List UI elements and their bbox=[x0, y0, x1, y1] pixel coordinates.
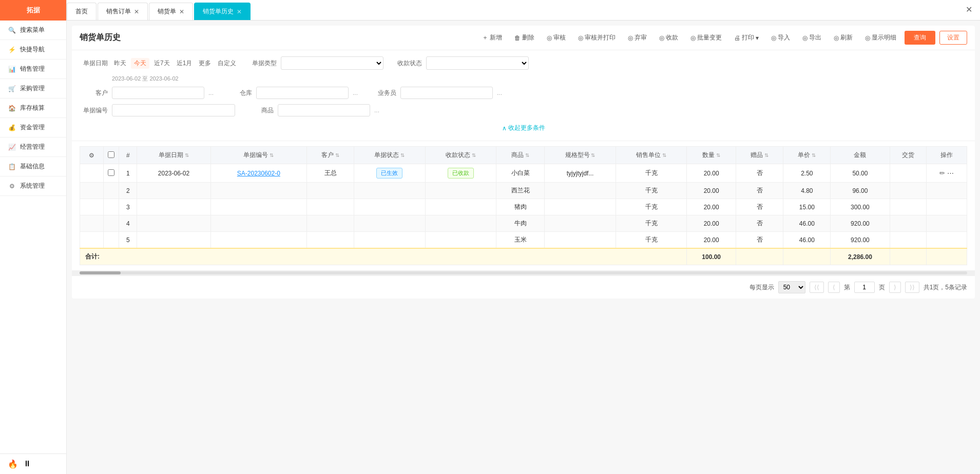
new-button[interactable]: ＋ 新增 bbox=[478, 31, 506, 44]
row-settings bbox=[80, 164, 104, 183]
warehouse-input[interactable] bbox=[256, 87, 349, 99]
summary-row: 合计: 100.00 2,286.00 bbox=[80, 248, 967, 265]
col-doc-date[interactable]: 单据日期 bbox=[137, 147, 210, 164]
collect-button[interactable]: ◎ 收款 bbox=[655, 31, 682, 44]
col-goods[interactable]: 商品 bbox=[496, 147, 544, 164]
page-label: 第 bbox=[844, 283, 850, 292]
review-button[interactable]: ◎ 审核 bbox=[543, 31, 570, 44]
row-checkbox[interactable] bbox=[108, 169, 114, 176]
agent-dots[interactable]: ... bbox=[497, 89, 502, 96]
prev-page-button[interactable]: ⟨ bbox=[828, 282, 840, 293]
col-doc-no[interactable]: 单据编号 bbox=[210, 147, 306, 164]
col-spec[interactable]: 规格型号 bbox=[545, 147, 616, 164]
tab-sales-goods[interactable]: 销货单 ✕ bbox=[149, 3, 193, 20]
abandon-button[interactable]: ◎ 弃审 bbox=[624, 31, 651, 44]
scroll-track[interactable] bbox=[80, 271, 967, 274]
doc-no-input[interactable] bbox=[112, 104, 235, 116]
per-page-select[interactable]: 50 100 200 bbox=[778, 281, 805, 293]
row-num: 3 bbox=[119, 199, 137, 215]
export-button[interactable]: ◎ 导出 bbox=[798, 31, 825, 44]
date-btn-7days[interactable]: 近7天 bbox=[152, 58, 172, 69]
date-btn-yesterday[interactable]: 昨天 bbox=[112, 58, 128, 69]
goods-input[interactable] bbox=[278, 104, 370, 116]
row-spec bbox=[545, 199, 616, 215]
agent-input[interactable] bbox=[400, 87, 493, 99]
col-doc-status[interactable]: 单据状态 bbox=[354, 147, 425, 164]
page-input[interactable] bbox=[854, 282, 875, 293]
pagination: 每页显示 50 100 200 ⟨⟨ ⟨ 第 页 ⟩ ⟩⟩ 共1页，5条记录 bbox=[72, 275, 975, 299]
date-btn-more[interactable]: 更多 bbox=[197, 58, 213, 69]
sidebar-item-sales-mgmt[interactable]: 📊 销售管理 bbox=[0, 60, 66, 79]
total-info: 共1页，5条记录 bbox=[924, 283, 967, 292]
col-settings[interactable]: ⚙ bbox=[80, 147, 104, 164]
agent-label: 业务员 bbox=[368, 89, 396, 97]
filter-area: 单据日期 昨天 今天 近7天 近1月 更多 自定义 单据类型 bbox=[72, 50, 975, 141]
page-header: 销货单历史 ＋ 新增 🗑 删除 ◎ 审核 ◎ bbox=[72, 26, 975, 50]
warehouse-dots[interactable]: ... bbox=[353, 89, 358, 96]
doc-no-link[interactable]: SA-20230602-0 bbox=[237, 170, 280, 177]
doc-type-filter-item: 单据类型 bbox=[248, 56, 383, 70]
close-all-tabs[interactable]: ✕ bbox=[958, 0, 980, 20]
col-unit-price[interactable]: 单价 bbox=[783, 147, 831, 164]
next-page-button[interactable]: ⟩ bbox=[889, 282, 901, 293]
tab-home-label: 首页 bbox=[75, 7, 88, 16]
review-print-button[interactable]: ◎ 审核并打印 bbox=[574, 31, 620, 44]
tab-sales-order[interactable]: 销售订单 ✕ bbox=[98, 3, 148, 20]
row-gift: 否 bbox=[736, 199, 783, 215]
sidebar-item-sys-mgmt[interactable]: ⚙ 系统管理 bbox=[0, 176, 66, 196]
sidebar-item-purchase-mgmt[interactable]: 🛒 采购管理 bbox=[0, 79, 66, 98]
row-customer: 王总 bbox=[306, 164, 354, 183]
tab-sales-goods-close[interactable]: ✕ bbox=[179, 8, 184, 15]
tab-home[interactable]: 首页 bbox=[67, 3, 97, 20]
query-button[interactable]: 查询 bbox=[905, 31, 935, 45]
export-icon: ◎ bbox=[802, 34, 808, 42]
horizontal-scrollbar[interactable] bbox=[72, 270, 975, 275]
print-button[interactable]: 🖨 打印 ▾ bbox=[730, 31, 763, 44]
summary-label: 合计: bbox=[80, 248, 687, 265]
fire-icon[interactable]: 🔥 bbox=[8, 459, 18, 469]
date-filter-item: 单据日期 昨天 今天 近7天 近1月 更多 自定义 bbox=[80, 58, 238, 69]
date-btn-1month[interactable]: 近1月 bbox=[175, 58, 195, 69]
col-customer[interactable]: 客户 bbox=[306, 147, 354, 164]
col-sales-unit[interactable]: 销售单位 bbox=[616, 147, 686, 164]
import-button[interactable]: ◎ 导入 bbox=[767, 31, 794, 44]
first-page-button[interactable]: ⟨⟨ bbox=[810, 282, 824, 293]
summary-amount: 2,286.00 bbox=[831, 248, 890, 265]
sidebar-item-search-menu[interactable]: 🔍 搜索菜单 bbox=[0, 21, 66, 40]
goods-dots[interactable]: ... bbox=[374, 107, 379, 114]
row-payment-status bbox=[425, 215, 496, 232]
sidebar-item-quick-nav[interactable]: ⚡ 快捷导航 bbox=[0, 40, 66, 60]
scroll-thumb[interactable] bbox=[80, 271, 121, 274]
settings-button[interactable]: 设置 bbox=[939, 31, 967, 45]
col-transaction: 交货 bbox=[890, 147, 926, 164]
col-payment-status[interactable]: 收款状态 bbox=[425, 147, 496, 164]
date-btn-custom[interactable]: 自定义 bbox=[216, 58, 238, 69]
select-all-checkbox[interactable] bbox=[108, 151, 114, 158]
doc-type-select[interactable] bbox=[281, 56, 383, 70]
tab-sales-history[interactable]: 销货单历史 ✕ bbox=[194, 3, 251, 20]
col-gift[interactable]: 赠品 bbox=[736, 147, 783, 164]
last-page-button[interactable]: ⟩⟩ bbox=[905, 282, 919, 293]
sidebar-item-basic-info[interactable]: 📋 基础信息 bbox=[0, 157, 66, 176]
refresh-button[interactable]: ◎ 刷新 bbox=[830, 31, 857, 44]
show-detail-button[interactable]: ◎ 显示明细 bbox=[861, 31, 900, 44]
table-settings-icon[interactable]: ⚙ bbox=[89, 152, 94, 159]
col-quantity[interactable]: 数量 bbox=[687, 147, 736, 164]
edit-icon[interactable]: ✏ bbox=[939, 169, 945, 177]
sidebar-item-finance-mgmt[interactable]: 💰 资金管理 bbox=[0, 118, 66, 137]
date-btn-today[interactable]: 今天 bbox=[131, 58, 149, 69]
sidebar-item-label: 系统管理 bbox=[20, 182, 45, 190]
collapse-button[interactable]: ∧ 收起更多条件 bbox=[80, 122, 967, 134]
pause-icon[interactable]: ⏸ bbox=[23, 459, 31, 469]
more-icon[interactable]: ⋯ bbox=[947, 169, 954, 177]
sidebar-item-ops-mgmt[interactable]: 📈 经营管理 bbox=[0, 137, 66, 157]
payment-status-select[interactable] bbox=[426, 56, 529, 70]
tab-sales-history-close[interactable]: ✕ bbox=[237, 8, 242, 15]
sidebar-bottom: 🔥 ⏸ bbox=[0, 453, 66, 474]
tab-sales-order-close[interactable]: ✕ bbox=[134, 8, 139, 15]
delete-button[interactable]: 🗑 删除 bbox=[510, 31, 539, 44]
batch-change-button[interactable]: ◎ 批量变更 bbox=[686, 31, 726, 44]
sidebar-item-inventory[interactable]: 🏠 库存核算 bbox=[0, 98, 66, 118]
customer-dots[interactable]: ... bbox=[208, 89, 214, 96]
customer-input[interactable] bbox=[112, 87, 204, 99]
